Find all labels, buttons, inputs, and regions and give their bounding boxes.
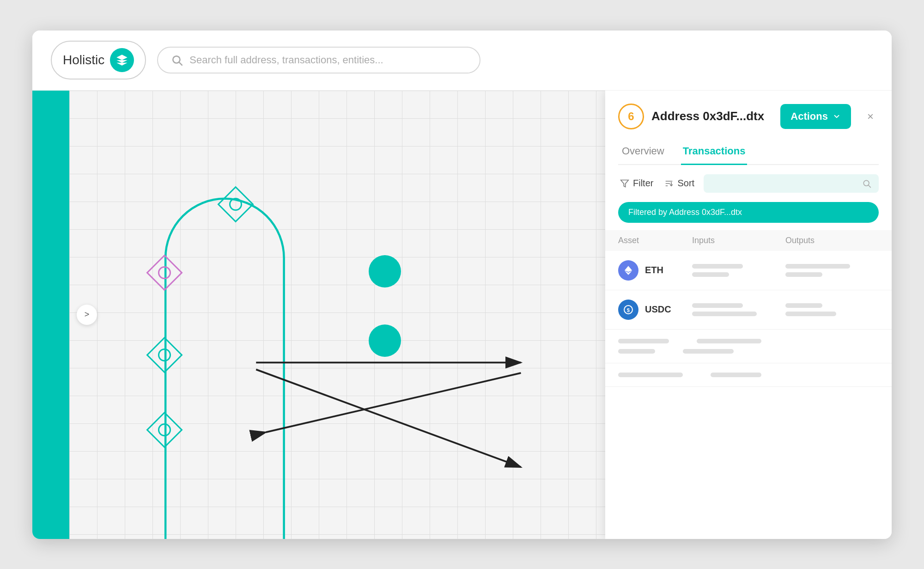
node-circle-right-top[interactable] bbox=[369, 255, 401, 288]
actions-button[interactable]: Actions bbox=[780, 104, 851, 129]
loading-bar bbox=[785, 312, 836, 316]
eth-outputs bbox=[785, 264, 879, 277]
panel-toolbar: Filter Sort bbox=[605, 165, 892, 202]
node-badge: 6 bbox=[618, 104, 644, 129]
loading-bar bbox=[692, 312, 757, 316]
panel-title-row: 6 Address 0x3dF...dtx Actions × bbox=[618, 104, 879, 129]
loading-bar bbox=[697, 339, 761, 343]
loading-bar bbox=[785, 303, 822, 308]
sort-button[interactable]: Sort bbox=[663, 174, 696, 192]
svg-marker-8 bbox=[621, 180, 629, 187]
search-bar[interactable]: Search full address, transactions, entit… bbox=[157, 47, 480, 73]
loading-bar bbox=[618, 339, 669, 343]
table-row[interactable]: $ USDC bbox=[605, 290, 892, 330]
holistic-button[interactable]: Holistic bbox=[51, 41, 146, 80]
asset-cell-eth: ETH bbox=[618, 260, 692, 281]
search-icon bbox=[171, 54, 183, 66]
svg-line-4 bbox=[256, 369, 521, 467]
usdc-inputs bbox=[692, 303, 785, 316]
panel-table: Asset Inputs Outputs ETH bbox=[605, 230, 892, 539]
table-header: Asset Inputs Outputs bbox=[605, 230, 892, 251]
node-diamond-bottom[interactable] bbox=[152, 417, 177, 443]
search-placeholder: Search full address, transactions, entit… bbox=[189, 54, 383, 66]
eth-label: ETH bbox=[645, 265, 663, 275]
sidebar-strip bbox=[32, 91, 69, 539]
node-diamond-purple[interactable] bbox=[152, 260, 177, 286]
usdc-label: USDC bbox=[645, 304, 671, 315]
node-diamond-top[interactable] bbox=[223, 191, 249, 217]
header: Holistic Search full address, transactio… bbox=[32, 31, 892, 91]
eth-icon bbox=[618, 260, 638, 281]
loading-bar bbox=[692, 272, 729, 277]
usdc-icon: $ bbox=[618, 300, 638, 320]
panel-address: Address 0x3dF...dtx bbox=[651, 109, 773, 123]
asset-cell-usdc: $ USDC bbox=[618, 300, 692, 320]
svg-line-5 bbox=[266, 373, 521, 432]
table-row[interactable]: ETH bbox=[605, 251, 892, 290]
svg-text:$: $ bbox=[627, 307, 630, 312]
loading-bar bbox=[692, 303, 743, 308]
loading-bar bbox=[711, 373, 761, 377]
filter-chip[interactable]: Filtered by Address 0x3dF...dtx bbox=[618, 202, 879, 223]
svg-line-14 bbox=[869, 185, 871, 187]
right-panel: 6 Address 0x3dF...dtx Actions × bbox=[605, 91, 892, 539]
panel-search-box[interactable] bbox=[704, 174, 879, 193]
panel-search-icon bbox=[862, 179, 871, 188]
panel-tabs: Overview Transactions bbox=[618, 141, 879, 165]
main-content: > bbox=[32, 91, 892, 539]
expand-arrow-icon: > bbox=[85, 310, 90, 319]
sort-icon bbox=[664, 179, 674, 188]
close-button[interactable]: × bbox=[862, 108, 879, 125]
tab-transactions[interactable]: Transactions bbox=[681, 141, 748, 165]
eth-inputs bbox=[692, 264, 785, 277]
tab-overview[interactable]: Overview bbox=[620, 141, 666, 165]
loading-row-1 bbox=[605, 330, 892, 363]
loading-bar bbox=[785, 272, 822, 277]
expand-arrow[interactable]: > bbox=[77, 305, 97, 325]
loading-row-2 bbox=[605, 363, 892, 387]
loading-bar bbox=[692, 264, 743, 269]
loading-bar bbox=[785, 264, 850, 269]
loading-bar bbox=[683, 349, 734, 354]
svg-line-1 bbox=[179, 62, 182, 65]
filter-button[interactable]: Filter bbox=[618, 174, 655, 192]
svg-rect-2 bbox=[165, 198, 284, 538]
holistic-label: Holistic bbox=[63, 53, 104, 67]
loading-bar bbox=[618, 349, 655, 354]
svg-marker-15 bbox=[625, 266, 632, 272]
loading-bar bbox=[618, 373, 683, 377]
filter-icon bbox=[620, 179, 629, 188]
chevron-down-icon bbox=[833, 112, 841, 121]
holistic-icon bbox=[110, 48, 134, 72]
usdc-outputs bbox=[785, 303, 879, 316]
node-diamond-lower-left[interactable] bbox=[152, 342, 177, 368]
node-circle-right-bottom[interactable] bbox=[369, 324, 401, 357]
panel-header: 6 Address 0x3dF...dtx Actions × bbox=[605, 91, 892, 165]
